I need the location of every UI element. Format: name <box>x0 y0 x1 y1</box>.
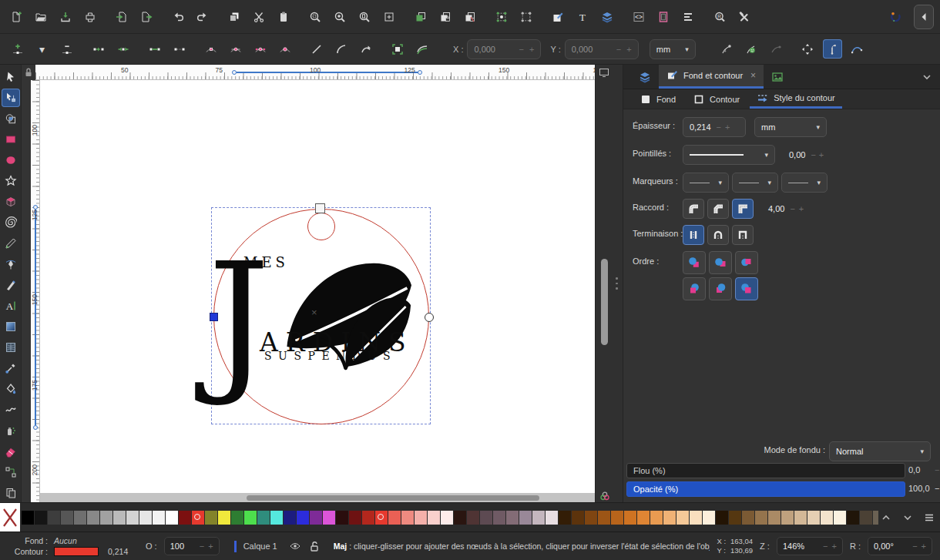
order-button-5[interactable] <box>709 277 732 300</box>
zoom-field[interactable]: 146%−+ <box>777 537 843 555</box>
fill-stroke-dialog-icon[interactable] <box>548 7 567 26</box>
insert-node-icon[interactable] <box>8 39 27 59</box>
palette-swatch[interactable] <box>310 511 322 525</box>
order-button-3[interactable] <box>735 251 758 274</box>
tweak-tool-icon[interactable] <box>2 401 20 419</box>
find-replace-icon[interactable]: R <box>710 7 729 26</box>
cut-icon[interactable] <box>249 7 268 26</box>
order-button-2[interactable] <box>709 251 732 274</box>
palette-swatch[interactable] <box>650 511 663 525</box>
palette-swatch[interactable] <box>663 511 676 525</box>
ruler-corner[interactable] <box>22 65 35 80</box>
node-handle-right[interactable] <box>425 313 434 322</box>
zoom-page-icon[interactable] <box>354 7 374 26</box>
save-document-icon[interactable] <box>55 7 75 26</box>
palette-swatch[interactable] <box>401 511 414 525</box>
xml-editor-icon[interactable]: <> <box>629 7 648 26</box>
paste-icon[interactable] <box>274 7 293 26</box>
canvas-page[interactable]: MES J ARDINS SUSPENDUS × <box>40 80 595 493</box>
insert-node-menu-icon[interactable]: ▾ <box>32 39 52 59</box>
palette-swatch[interactable] <box>153 511 165 525</box>
edit-mask-icon[interactable] <box>742 39 761 59</box>
palette-swatch[interactable] <box>323 511 335 525</box>
y-coordinate-field[interactable]: 0,000−+ <box>565 39 639 59</box>
palette-swatch[interactable] <box>415 511 427 525</box>
palette-menu-icon[interactable] <box>923 511 935 524</box>
spray-tool-icon[interactable] <box>2 421 20 440</box>
tab-fond[interactable]: Fond <box>633 89 683 109</box>
undo-icon[interactable] <box>168 7 187 26</box>
palette-swatch[interactable] <box>493 511 505 525</box>
palette-swatch[interactable] <box>257 511 270 525</box>
show-transform-handles-icon[interactable] <box>798 39 817 59</box>
vertical-ruler[interactable]: 100125150175200 <box>31 80 40 502</box>
document-properties-icon[interactable] <box>653 7 673 26</box>
palette-swatch[interactable] <box>572 511 584 525</box>
dropper-tool-icon[interactable] <box>2 359 20 377</box>
fill-value[interactable]: Aucun <box>54 536 102 545</box>
zoom-fit-icon[interactable] <box>379 7 398 26</box>
palette-swatch[interactable] <box>428 511 440 525</box>
palette-swatch[interactable] <box>166 511 178 525</box>
palette-swatch[interactable] <box>244 511 257 525</box>
select-all-icon[interactable] <box>492 7 511 26</box>
palette-swatch[interactable] <box>454 511 466 525</box>
zoom-drawing-icon[interactable] <box>330 7 349 26</box>
layer-name[interactable]: Calque 1 <box>243 542 277 551</box>
cap-round-button[interactable] <box>707 225 729 245</box>
vertical-scrollbar[interactable] <box>601 259 608 345</box>
node-handle-top[interactable] <box>315 203 325 213</box>
palette-scroll-up-icon[interactable] <box>880 511 892 524</box>
palette-swatch[interactable] <box>113 511 126 525</box>
palette-swatch[interactable] <box>192 511 204 525</box>
palette-swatch[interactable] <box>205 511 217 525</box>
node-auto-icon[interactable] <box>275 39 294 59</box>
palette-swatch[interactable] <box>349 511 361 525</box>
mesh-tool-icon[interactable] <box>2 338 20 357</box>
node-cusp-icon[interactable] <box>201 39 220 59</box>
dash-pattern-dropdown[interactable]: ▾ <box>683 145 775 165</box>
tab-export-image[interactable] <box>764 65 791 89</box>
palette-swatch[interactable] <box>48 511 60 525</box>
palette-swatch[interactable] <box>821 511 833 525</box>
palette-swatch[interactable] <box>729 511 741 525</box>
eraser-tool-icon[interactable] <box>2 442 20 461</box>
palette-swatch[interactable] <box>703 511 715 525</box>
no-color-swatch[interactable] <box>0 503 20 532</box>
join-with-segment-icon[interactable] <box>145 39 164 59</box>
opacity-value[interactable]: 100,0 <box>908 484 930 493</box>
stroke-width-field[interactable]: 0,214−+ <box>683 117 746 137</box>
palette-swatch[interactable] <box>74 511 86 525</box>
palette-swatch[interactable] <box>100 511 112 525</box>
palette-swatch[interactable] <box>834 511 846 525</box>
copy-icon[interactable] <box>224 7 243 26</box>
star-tool-icon[interactable] <box>2 172 20 190</box>
deselect-icon[interactable] <box>516 7 535 26</box>
blend-mode-dropdown[interactable]: Normal▾ <box>829 441 931 461</box>
palette-swatch[interactable] <box>270 511 283 525</box>
x-coordinate-field[interactable]: 0,000−+ <box>467 39 541 59</box>
marker-end-dropdown[interactable]: ▾ <box>781 173 828 193</box>
palette-swatch[interactable] <box>375 511 388 525</box>
palette-swatch[interactable] <box>87 511 99 525</box>
tab-fond-et-contour[interactable]: Fond et contour × <box>659 65 764 89</box>
palette-swatch[interactable] <box>860 511 872 525</box>
palette-swatch[interactable] <box>873 511 878 525</box>
palette-swatch[interactable] <box>624 511 636 525</box>
connector-tool-icon[interactable] <box>2 463 20 481</box>
clone-icon[interactable] <box>435 7 455 26</box>
palette-scroll-down-icon[interactable] <box>901 511 914 524</box>
palette-swatch[interactable] <box>781 511 794 525</box>
segment-arc-icon[interactable] <box>356 39 375 59</box>
selected-node[interactable] <box>210 313 218 321</box>
palette-swatch[interactable] <box>690 511 702 525</box>
palette-swatch[interactable] <box>676 511 689 525</box>
palette-swatch[interactable] <box>467 511 479 525</box>
palette-swatch[interactable] <box>637 511 650 525</box>
refresh-icon[interactable] <box>885 7 905 26</box>
pages-tool-icon[interactable] <box>2 484 20 502</box>
rectangle-tool-icon[interactable] <box>2 130 20 149</box>
stroke-unit-dropdown[interactable]: mm▾ <box>754 117 827 137</box>
palette-swatch[interactable] <box>179 511 191 525</box>
layer-visibility-icon[interactable] <box>289 540 301 552</box>
